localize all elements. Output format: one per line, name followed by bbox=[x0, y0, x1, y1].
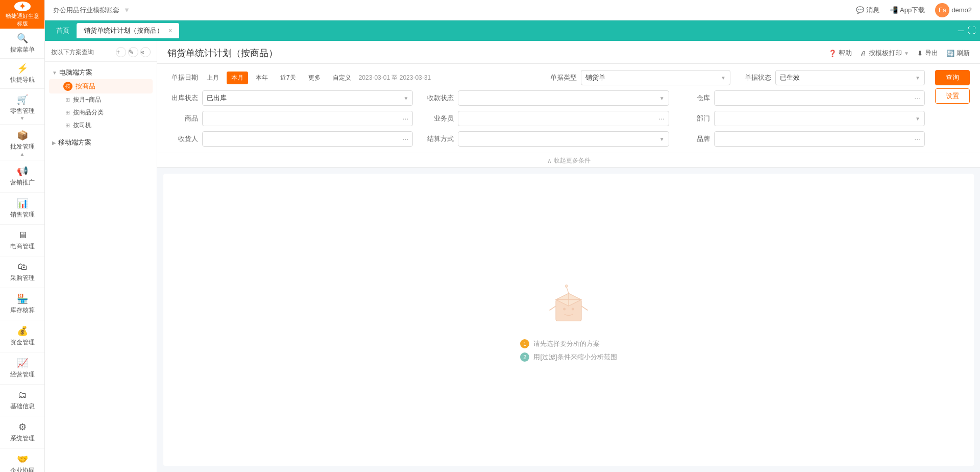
tab-active-label: 销货单统计计划（按商品） bbox=[84, 26, 163, 35]
receiver-input[interactable]: ··· bbox=[202, 131, 413, 147]
sidebar-item-basic[interactable]: 🗂 基础信息 bbox=[0, 385, 44, 416]
svg-point-4 bbox=[563, 308, 566, 310]
collect-status-label: 收款状态 bbox=[423, 93, 454, 103]
sidebar-item-finance[interactable]: 💰 资金管理 bbox=[0, 320, 44, 352]
date-custom-btn[interactable]: 自定义 bbox=[328, 72, 356, 84]
brand-field: 品牌 ··· bbox=[679, 131, 925, 147]
messages-btn[interactable]: 💬 消息 bbox=[856, 6, 879, 15]
tab-active[interactable]: 销货单统计计划（按商品） × bbox=[77, 23, 179, 38]
tip-num-1: 1 bbox=[520, 339, 529, 348]
empty-tips: 1 请先选择要分析的方案 2 用[过滤]条件来缩小分析范围 bbox=[520, 339, 617, 362]
warehouse-dots[interactable]: ··· bbox=[914, 94, 920, 102]
doc-status-select[interactable]: 已生效 ▼ bbox=[775, 70, 925, 85]
refresh-btn[interactable]: 🔄 刷新 bbox=[946, 49, 970, 58]
date-label: 单据日期 bbox=[167, 73, 198, 82]
sidebar-item-operations[interactable]: 📈 经营管理 bbox=[0, 352, 44, 385]
out-status-select[interactable]: 已出库 ▼ bbox=[202, 90, 413, 106]
tab-minimize-icon[interactable]: ─ bbox=[958, 26, 964, 35]
date-prev-btn[interactable]: 上月 bbox=[202, 72, 224, 84]
print-btn[interactable]: 🖨 按模板打印 ▼ bbox=[860, 49, 909, 58]
sidebar-item-inventory[interactable]: 🏪 库存核算 bbox=[0, 288, 44, 320]
logo-icon: ✦ bbox=[14, 2, 31, 11]
brand-dots[interactable]: ··· bbox=[914, 135, 920, 143]
category-icon: ⊞ bbox=[65, 109, 70, 116]
logo-text: 畅捷通好生意 bbox=[6, 12, 39, 19]
filter-fields: 单据日期 上月 本月 本年 近7天 更多 自定义 2023-03-01 至 20… bbox=[167, 70, 925, 147]
settings-button[interactable]: 设置 bbox=[935, 88, 970, 104]
sidebar-quicknav[interactable]: ⚡ 快捷导航 bbox=[0, 59, 44, 89]
left-panel-header: 按以下方案查询 + ✎ « bbox=[45, 47, 157, 62]
tab-bar-right: ─ ⛶ bbox=[958, 26, 976, 35]
scheme-group-mobile-header[interactable]: ▶ 移动端方案 bbox=[49, 136, 153, 149]
query-button[interactable]: 查询 bbox=[935, 70, 970, 85]
operations-label: 经营管理 bbox=[10, 370, 35, 379]
export-btn[interactable]: ⬇ 导出 bbox=[917, 49, 938, 58]
add-scheme-btn[interactable]: + bbox=[116, 47, 126, 57]
scheme-group-desktop-label: 电脑端方案 bbox=[59, 68, 92, 77]
date-7days-btn[interactable]: 近7天 bbox=[276, 72, 301, 84]
doc-status-value: 已生效 bbox=[780, 73, 915, 82]
app-download-btn[interactable]: 📲 App下载 bbox=[890, 6, 925, 15]
empty-tip-2: 2 用[过滤]条件来缩小分析范围 bbox=[520, 352, 617, 362]
tab-maximize-icon[interactable]: ⛶ bbox=[968, 26, 976, 35]
scheme-item-by-driver[interactable]: ⊞ 按司机 bbox=[49, 119, 153, 132]
left-panel-actions: + ✎ « bbox=[116, 47, 151, 57]
doc-status-label: 单据状态 bbox=[741, 73, 771, 82]
sidebar-item-ecommerce[interactable]: 🖥 电商管理 bbox=[0, 225, 44, 256]
marketing-icon: 📢 bbox=[17, 166, 28, 177]
doc-type-select[interactable]: 销货单 ▼ bbox=[581, 70, 730, 85]
retail-label: 零售管理 bbox=[10, 107, 35, 115]
scheme-item-by-category[interactable]: ⊞ 按商品分类 bbox=[49, 106, 153, 119]
sidebar-item-purchase[interactable]: 🛍 采购管理 bbox=[0, 256, 44, 288]
brand-input[interactable]: ··· bbox=[714, 131, 925, 147]
right-panel: 销货单统计计划（按商品） ❓ 帮助 🖨 按模板打印 ▼ ⬇ 导出 bbox=[157, 41, 980, 472]
tab-home-label: 首页 bbox=[56, 26, 69, 35]
basic-icon: 🗂 bbox=[18, 390, 27, 400]
collapse-btn[interactable]: ∧ 收起更多条件 bbox=[547, 156, 591, 165]
receiver-dots[interactable]: ··· bbox=[403, 135, 409, 143]
edit-scheme-btn[interactable]: ✎ bbox=[128, 47, 138, 57]
by-goods-icon: 按 bbox=[63, 82, 72, 91]
date-more-btn[interactable]: 更多 bbox=[304, 72, 325, 84]
user-profile[interactable]: Ea demo2 bbox=[935, 3, 972, 17]
dept-select[interactable]: ▼ bbox=[714, 111, 925, 126]
goods-input[interactable]: ··· bbox=[202, 111, 413, 126]
date-current-btn[interactable]: 本月 bbox=[227, 72, 248, 84]
scheme-group-mobile-label: 移动端方案 bbox=[58, 138, 91, 147]
tab-home[interactable]: 首页 bbox=[49, 23, 77, 38]
tip-text-2: 用[过滤]条件来缩小分析范围 bbox=[533, 352, 617, 362]
tab-close-icon[interactable]: × bbox=[168, 27, 172, 34]
sales-rep-dots[interactable]: ··· bbox=[658, 114, 665, 123]
collect-status-select[interactable]: ▼ bbox=[458, 90, 669, 106]
date-year-btn[interactable]: 本年 bbox=[251, 72, 273, 84]
sales-icon: 📊 bbox=[17, 198, 28, 209]
scheme-group-desktop-header[interactable]: ▼ 电脑端方案 bbox=[49, 66, 153, 79]
doc-type-value: 销货单 bbox=[585, 73, 721, 82]
sidebar-item-system[interactable]: ⚙ 系统管理 bbox=[0, 416, 44, 449]
payment-method-select[interactable]: ▼ bbox=[458, 131, 669, 147]
tip-text-1: 请先选择要分析的方案 bbox=[533, 339, 600, 348]
query-section: 查询 设置 bbox=[935, 70, 970, 147]
sidebar-item-wholesale[interactable]: 📦 批发管理 ▲ bbox=[0, 125, 44, 160]
goods-dots[interactable]: ··· bbox=[403, 114, 409, 123]
scheme-group-mobile: ▶ 移动端方案 bbox=[45, 136, 157, 149]
help-btn[interactable]: ❓ 帮助 bbox=[828, 49, 852, 58]
edit-icon: ✎ bbox=[129, 49, 138, 56]
sales-rep-input[interactable]: ··· bbox=[458, 111, 669, 126]
sidebar-item-marketing[interactable]: 📢 营销推广 bbox=[0, 160, 44, 193]
driver-label: 按司机 bbox=[73, 121, 91, 130]
refresh-label: 刷新 bbox=[957, 49, 970, 58]
left-panel: 按以下方案查询 + ✎ « ▼ 电脑端方案 bbox=[45, 41, 157, 472]
collapse-panel-btn[interactable]: « bbox=[140, 47, 151, 57]
sidebar-item-sales[interactable]: 📊 销售管理 bbox=[0, 193, 44, 225]
scheme-item-by-goods[interactable]: 按 按商品 bbox=[49, 79, 153, 93]
refresh-icon: 🔄 bbox=[946, 50, 954, 57]
sidebar-item-retail[interactable]: 🛒 零售管理 ▼ bbox=[0, 89, 44, 125]
enterprise-label: 企业协同 bbox=[10, 466, 35, 472]
system-label: 系统管理 bbox=[10, 434, 35, 443]
scheme-item-by-month-goods[interactable]: ⊞ 按月+商品 bbox=[49, 93, 153, 106]
warehouse-input[interactable]: ··· bbox=[714, 90, 925, 106]
quicknav-label: 快捷导航 bbox=[10, 76, 35, 84]
sidebar-search[interactable]: 🔍 搜索菜单 bbox=[0, 29, 44, 59]
sidebar-item-enterprise[interactable]: 🤝 企业协同 bbox=[0, 449, 44, 472]
